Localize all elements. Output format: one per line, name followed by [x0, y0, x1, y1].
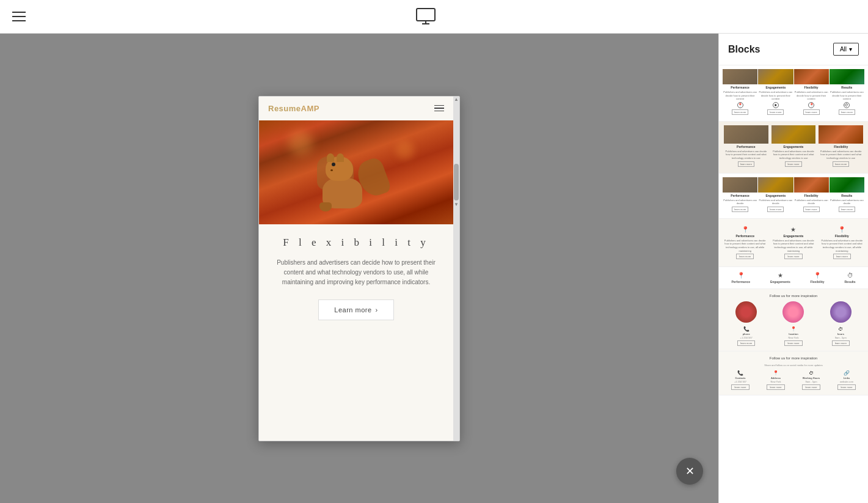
- b7-contacts-icon: 📞: [737, 370, 743, 376]
- social-title-7: Follow us for more inspiration: [723, 356, 864, 360]
- filter-label: All: [840, 46, 847, 53]
- si2: 📍: [790, 326, 797, 332]
- b7-links-icon: 🔗: [844, 370, 850, 376]
- b2-btn1: learn more: [738, 161, 754, 167]
- b5-icon4: ⏱: [847, 272, 853, 279]
- phone-logo: ResumeAMP: [268, 104, 319, 113]
- b3-performance: Performance: [731, 194, 749, 197]
- b4-performance: Performance: [735, 234, 754, 238]
- filter-all-button[interactable]: All ▾: [833, 43, 859, 56]
- preview-mode-button[interactable]: [415, 6, 437, 28]
- block1-btn1: learn more: [732, 109, 748, 115]
- b5-icon1: 📍: [737, 272, 745, 279]
- si3: ⏱: [838, 326, 843, 332]
- main-area: ResumeAMP: [0, 34, 868, 503]
- top-bar: [0, 0, 868, 34]
- logo-amp: AMP: [301, 104, 319, 113]
- b2-col-title-flexibility: Flexibility: [834, 145, 848, 149]
- b4-engagements: Engagements: [784, 234, 804, 238]
- filter-arrow: ▾: [849, 46, 852, 53]
- phone-hero-image: [259, 120, 453, 224]
- block-item-6[interactable]: Follow us for more inspiration 📞 phone +…: [719, 289, 868, 351]
- scroll-down-arrow[interactable]: ▼: [453, 202, 459, 208]
- phone-cta-arrow: ›: [376, 306, 378, 314]
- block-item-2[interactable]: Performance Publishers and advertisers c…: [719, 122, 868, 174]
- b4-flexibility: Flexibility: [835, 234, 849, 238]
- social-img-2: [782, 301, 804, 323]
- phone-scrollbar[interactable]: ▲ ▼: [453, 97, 459, 441]
- block-item-7[interactable]: Follow us for more inspiration Share and…: [719, 351, 868, 395]
- b2-btn3: learn more: [833, 161, 849, 167]
- phone-cta-button[interactable]: Learn more ›: [318, 299, 393, 320]
- block1-icon4: ⏱: [844, 102, 850, 108]
- phone-text-area: F l e x i b i l i t y Publishers and adv…: [259, 224, 453, 329]
- phone-content: ResumeAMP: [259, 97, 453, 441]
- block-item-3[interactable]: Performance Publishers and advertisers c…: [719, 174, 868, 219]
- scroll-up-arrow[interactable]: ▲: [453, 97, 459, 103]
- col-title-engagements: Engagements: [765, 86, 786, 89]
- social-title-6: Follow us for more inspiration: [723, 294, 864, 298]
- phone-section-title: F l e x i b i l i t y: [274, 237, 438, 249]
- phone-nav-hamburger[interactable]: [434, 105, 444, 112]
- b5-label4: Results: [845, 280, 856, 284]
- b2-col-title-engagements: Engagements: [784, 145, 804, 149]
- b7-hours-icon: ⏱: [809, 370, 814, 376]
- b7-links-label: Links: [844, 376, 850, 380]
- b3-flexibility: Flexibility: [804, 194, 819, 197]
- b2-col-title-performance: Performance: [737, 145, 756, 149]
- b7-address-icon: 📍: [773, 370, 779, 376]
- panel-header: Blocks All ▾: [719, 34, 868, 65]
- block-item-5[interactable]: 📍 Performance ★ Engagements 📍 Flexibilit…: [719, 267, 868, 289]
- phone-section-description: Publishers and advertisers can decide ho…: [274, 258, 438, 287]
- block1-btn3: learn more: [803, 109, 820, 115]
- b5-label1: Performance: [731, 280, 750, 284]
- b5-label3: Flexibility: [811, 280, 825, 284]
- b3-results: Results: [841, 194, 852, 197]
- close-icon: ✕: [685, 464, 695, 478]
- block1-icon1: 📍: [737, 102, 743, 108]
- si1: 📞: [743, 326, 749, 332]
- block1-icon3: 📍: [808, 102, 814, 108]
- col-title-results: Results: [841, 86, 852, 89]
- col-title-performance: Performance: [731, 86, 749, 89]
- b5-icon2: ★: [778, 272, 783, 279]
- block1-btn2: learn more: [767, 109, 784, 115]
- b5-label2: Engagements: [770, 280, 790, 284]
- block-item-4[interactable]: 📍 Performance Publishers and advertisers…: [719, 219, 868, 267]
- logo-resume: Resume: [268, 104, 301, 113]
- b3-engagements: Engagements: [765, 194, 786, 197]
- b7-address-label: Address: [771, 376, 781, 380]
- close-button[interactable]: ✕: [676, 458, 703, 485]
- phone-cta-label: Learn more: [334, 306, 371, 314]
- social-img-3: [830, 301, 852, 323]
- b7-contacts-label: Contacts: [735, 376, 745, 380]
- b7-hours-label: Working Hours: [803, 376, 820, 380]
- social-img-1: [735, 301, 757, 323]
- hamburger-button[interactable]: [12, 12, 26, 21]
- block-item-1[interactable]: Performance Publishers and advertisers c…: [719, 65, 868, 122]
- phone-mockup: ResumeAMP: [258, 96, 460, 441]
- block1-btn4: learn more: [839, 109, 855, 115]
- panel-title: Blocks: [728, 44, 760, 55]
- preview-area: ResumeAMP: [0, 34, 718, 503]
- blocks-panel: Blocks All ▾ Performance Publishers and …: [718, 34, 868, 503]
- block1-icon2: ★: [773, 102, 779, 108]
- b2-btn2: learn more: [785, 161, 801, 167]
- scroll-thumb[interactable]: [454, 164, 459, 200]
- phone-nav: ResumeAMP: [259, 97, 453, 120]
- col-title-flexibility: Flexibility: [804, 86, 819, 89]
- b5-icon3: 📍: [814, 272, 821, 279]
- svg-rect-0: [417, 9, 435, 21]
